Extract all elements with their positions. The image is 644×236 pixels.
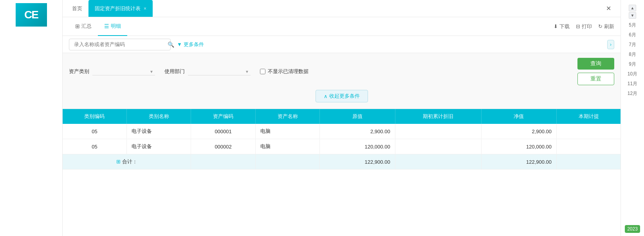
filter-hide-cleared[interactable]: 不显示已清理数据: [260, 68, 308, 75]
nav-home[interactable]: 首页: [69, 4, 85, 14]
collapse-more-btn[interactable]: ∧ 收起更多条件: [316, 90, 368, 102]
td-net-value: 2,900.00: [481, 124, 556, 139]
td-accum-depreciation: [395, 124, 481, 139]
td-asset-name: 电脑: [255, 124, 319, 139]
filter-btn[interactable]: ▼ 更多条件: [177, 41, 204, 48]
td-total-original-value: 122,900.00: [320, 154, 395, 170]
td-total-accum-depreciation: [395, 154, 481, 170]
search-input[interactable]: [69, 39, 171, 50]
filter-buttons: 查询 重置: [577, 58, 614, 85]
table-header-row: 类别编码 类别名称 资产编码 资产名称 原值 期初累计折旧 净值 本期计提: [63, 109, 621, 124]
td-original-value: 120,000.00: [320, 139, 395, 154]
th-asset-code: 资产编码: [191, 109, 255, 124]
department-select-wrapper: ▼: [188, 68, 251, 75]
td-total-empty2: [255, 154, 319, 170]
toolbar: ⊞ 汇总 ☰ 明细 ⬇ 下载 ⊟ 打印 ↻ 刷新: [63, 17, 621, 36]
nav-up-btn[interactable]: ▲: [629, 5, 637, 11]
month-list: 5月6月7月8月9月10月11月12月: [624, 20, 640, 98]
nav-arrows: ▲ ▼: [629, 3, 637, 20]
td-category-code: 05: [63, 124, 126, 139]
td-total-empty1: [191, 154, 255, 170]
td-category-name: 电子设备: [126, 124, 191, 139]
filter-label: 更多条件: [184, 41, 204, 48]
month-item[interactable]: 11月: [624, 79, 640, 89]
query-btn[interactable]: 查询: [577, 58, 614, 70]
logo-area: CE: [0, 0, 63, 236]
toolbar-actions: ⬇ 下载 ⊟ 打印 ↻ 刷新: [554, 23, 614, 30]
table-header: 类别编码 类别名称 资产编码 资产名称 原值 期初累计折旧 净值 本期计提: [63, 109, 621, 124]
td-asset-code: 000002: [191, 139, 255, 154]
td-current-depreciation: [557, 124, 621, 139]
collapse-more-label: 收起更多条件: [329, 93, 360, 100]
hide-cleared-label: 不显示已清理数据: [268, 68, 308, 75]
filter-row-1: 资产类别 ▼ 使用部门 ▼: [69, 58, 614, 85]
nav-down-btn[interactable]: ▼: [629, 12, 637, 19]
td-category-code: 05: [63, 139, 126, 154]
search-bar: 🔍 ▼ 更多条件 ›: [63, 36, 621, 53]
nav-tab-label: 固定资产折旧统计表: [95, 5, 141, 12]
collapse-arrow-btn[interactable]: ›: [607, 40, 614, 49]
td-accum-depreciation: [395, 139, 481, 154]
month-item[interactable]: 9月: [624, 59, 640, 69]
refresh-label: 刷新: [604, 23, 614, 30]
download-btn[interactable]: ⬇ 下载: [554, 23, 570, 30]
download-icon: ⬇: [554, 23, 558, 29]
td-total-net-value: 122,900.00: [481, 154, 556, 170]
table-row: 05 电子设备 000002 电脑 120,000.00 120,000.00: [63, 139, 621, 154]
asset-category-select-wrapper: ▼: [92, 68, 155, 75]
tab-summary-label: 汇总: [81, 23, 92, 30]
th-net-value: 净值: [481, 109, 556, 124]
year-badge[interactable]: 2023: [625, 225, 640, 233]
tab-detail[interactable]: ☰ 明细: [98, 17, 127, 36]
data-table-container: 类别编码 类别名称 资产编码 资产名称 原值 期初累计折旧 净值 本期计提 05…: [63, 109, 621, 236]
month-item[interactable]: 12月: [624, 89, 640, 98]
month-item[interactable]: 8月: [624, 50, 640, 59]
td-current-depreciation: [557, 139, 621, 154]
data-table: 类别编码 类别名称 资产编码 资产名称 原值 期初累计折旧 净值 本期计提 05…: [63, 109, 621, 170]
filter-asset-category: 资产类别 ▼: [69, 68, 155, 75]
table-row: 05 电子设备 000001 电脑 2,900.00 2,900.00: [63, 124, 621, 139]
td-total-label: ⊞合计：: [63, 154, 191, 170]
asset-category-label: 资产类别: [69, 68, 89, 75]
filter-department: 使用部门 ▼: [164, 68, 251, 75]
month-item[interactable]: 5月: [624, 20, 640, 30]
search-icon[interactable]: 🔍: [168, 41, 174, 48]
th-category-name: 类别名称: [126, 109, 191, 124]
refresh-btn[interactable]: ↻ 刷新: [598, 23, 614, 30]
hide-cleared-checkbox[interactable]: [260, 69, 265, 74]
td-asset-name: 电脑: [255, 139, 319, 154]
td-total-current-depreciation: [557, 154, 621, 170]
top-nav-right: ✕: [603, 3, 614, 14]
tab-close-btn[interactable]: ×: [144, 6, 146, 11]
nav-tab-active[interactable]: 固定资产折旧统计表 ×: [88, 0, 153, 17]
print-label: 打印: [582, 23, 592, 30]
collapse-chevron-icon: ∧: [324, 93, 328, 99]
tab-summary[interactable]: ⊞ 汇总: [69, 17, 98, 36]
print-btn[interactable]: ⊟ 打印: [576, 23, 592, 30]
detail-icon: ☰: [104, 23, 109, 29]
main-content: 首页 固定资产折旧统计表 × ✕ ⊞ 汇总 ☰ 明细 ⬇ 下载: [63, 0, 621, 236]
td-net-value: 120,000.00: [481, 139, 556, 154]
filter-panel: 资产类别 ▼ 使用部门 ▼: [63, 53, 621, 109]
department-select[interactable]: [188, 68, 251, 75]
td-asset-code: 000001: [191, 124, 255, 139]
tab-detail-label: 明细: [111, 23, 121, 30]
th-category-code: 类别编码: [63, 109, 126, 124]
month-item[interactable]: 6月: [624, 30, 640, 40]
asset-category-select[interactable]: [92, 68, 155, 75]
refresh-icon: ↻: [598, 23, 603, 29]
reset-btn[interactable]: 重置: [577, 73, 614, 85]
td-category-name: 电子设备: [126, 139, 191, 154]
month-item[interactable]: 10月: [624, 69, 640, 79]
window-close-btn[interactable]: ✕: [603, 3, 614, 14]
ce-logo: CE: [16, 3, 47, 27]
download-label: 下载: [559, 23, 570, 30]
th-asset-name: 资产名称: [255, 109, 319, 124]
th-accum-depreciation: 期初累计折旧: [395, 109, 481, 124]
print-icon: ⊟: [576, 23, 580, 29]
th-current-depreciation: 本期计提: [557, 109, 621, 124]
month-item[interactable]: 7月: [624, 40, 640, 50]
filter-icon: ▼: [177, 41, 182, 47]
th-original-value: 原值: [320, 109, 395, 124]
summary-icon: ⊞: [75, 23, 80, 29]
